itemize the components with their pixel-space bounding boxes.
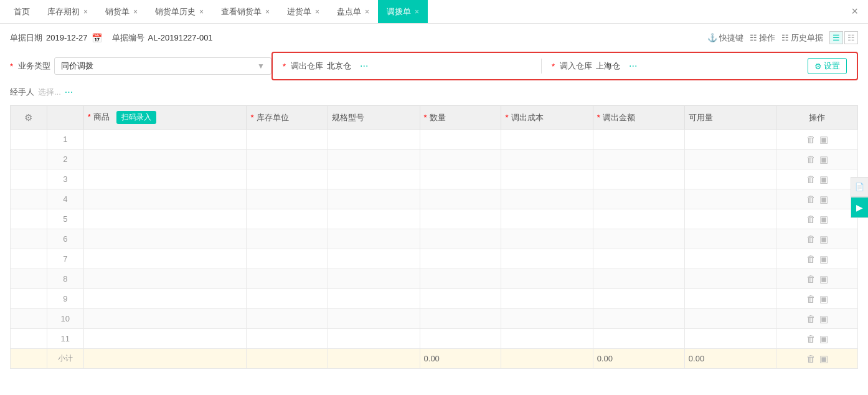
tab-close-inventory-check[interactable]: × <box>365 7 369 16</box>
transfer-out-value[interactable]: 北京仓 <box>327 60 351 72</box>
row-amount-cell[interactable] <box>593 130 684 150</box>
business-type-select[interactable]: 同价调拨 ▼ <box>54 57 271 75</box>
row-cost-cell[interactable] <box>501 229 593 249</box>
transfer-out-more-icon[interactable]: ··· <box>360 60 368 72</box>
tab-inventory-check[interactable]: 盘点单 × <box>328 0 378 23</box>
row-amount-cell[interactable] <box>593 209 684 229</box>
row-unit-cell[interactable] <box>247 150 328 169</box>
tab-close-purchase-order[interactable]: × <box>315 7 319 16</box>
row-product-cell[interactable] <box>83 289 247 309</box>
row-product-cell[interactable] <box>83 209 247 229</box>
operation-button[interactable]: ☷ 操作 <box>750 32 775 44</box>
delete-row-icon[interactable]: 🗑 <box>806 274 816 284</box>
copy-row-icon[interactable]: ▣ <box>819 234 828 245</box>
row-available-cell[interactable] <box>684 269 776 289</box>
row-spec-cell[interactable] <box>328 249 420 269</box>
row-available-cell[interactable] <box>684 289 776 309</box>
row-qty-cell[interactable] <box>420 329 501 349</box>
row-amount-cell[interactable] <box>593 150 684 169</box>
row-qty-cell[interactable] <box>420 130 501 150</box>
row-cost-cell[interactable] <box>501 189 593 209</box>
row-available-cell[interactable] <box>684 169 776 189</box>
row-cost-cell[interactable] <box>501 309 593 329</box>
row-available-cell[interactable] <box>684 329 776 349</box>
row-available-cell[interactable] <box>684 309 776 329</box>
subtotal-delete-icon[interactable]: 🗑 <box>806 353 816 364</box>
person-more-icon[interactable]: ··· <box>65 87 73 98</box>
delete-row-icon[interactable]: 🗑 <box>806 214 816 224</box>
row-spec-cell[interactable] <box>328 229 420 249</box>
tab-home[interactable]: 首页 <box>5 0 39 23</box>
transfer-in-value[interactable]: 上海仓 <box>596 60 620 72</box>
tab-transfer-order[interactable]: 调拨单 × <box>378 0 428 23</box>
tab-bar-close-button[interactable]: × <box>846 5 863 18</box>
row-cost-cell[interactable] <box>501 249 593 269</box>
copy-row-icon[interactable]: ▣ <box>819 154 828 165</box>
row-available-cell[interactable] <box>684 249 776 269</box>
history-button[interactable]: ☷ 历史单据 <box>781 32 823 44</box>
calendar-icon[interactable]: 📅 <box>92 33 102 43</box>
row-available-cell[interactable] <box>684 189 776 209</box>
delete-row-icon[interactable]: 🗑 <box>806 293 816 304</box>
row-qty-cell[interactable] <box>420 189 501 209</box>
row-cost-cell[interactable] <box>501 150 593 169</box>
right-float-expand-button[interactable]: ▶ <box>851 197 868 218</box>
subtotal-copy-icon[interactable]: ▣ <box>819 353 828 364</box>
tab-view-sales[interactable]: 查看销货单 × <box>212 0 278 23</box>
copy-row-icon[interactable]: ▣ <box>819 274 828 285</box>
tab-close-view-sales[interactable]: × <box>265 7 270 16</box>
row-product-cell[interactable] <box>83 249 247 269</box>
row-unit-cell[interactable] <box>247 269 328 289</box>
tab-purchase-order[interactable]: 进货单 × <box>278 0 328 23</box>
row-qty-cell[interactable] <box>420 169 501 189</box>
row-amount-cell[interactable] <box>593 189 684 209</box>
delete-row-icon[interactable]: 🗑 <box>806 194 816 204</box>
row-unit-cell[interactable] <box>247 249 328 269</box>
row-amount-cell[interactable] <box>593 309 684 329</box>
tab-sales-order[interactable]: 销货单 × <box>97 0 146 23</box>
layout-compact-icon[interactable]: ☰ <box>829 31 843 44</box>
copy-row-icon[interactable]: ▣ <box>819 313 828 325</box>
row-amount-cell[interactable] <box>593 169 684 189</box>
row-spec-cell[interactable] <box>328 150 420 169</box>
copy-row-icon[interactable]: ▣ <box>819 333 828 345</box>
row-qty-cell[interactable] <box>420 269 501 289</box>
tab-inventory-init[interactable]: 库存期初 × <box>39 0 97 23</box>
row-amount-cell[interactable] <box>593 289 684 309</box>
delete-row-icon[interactable]: 🗑 <box>806 313 816 324</box>
row-unit-cell[interactable] <box>247 309 328 329</box>
row-spec-cell[interactable] <box>328 209 420 229</box>
row-spec-cell[interactable] <box>328 309 420 329</box>
tab-close-transfer-order[interactable]: × <box>415 7 419 16</box>
copy-row-icon[interactable]: ▣ <box>819 194 828 205</box>
row-unit-cell[interactable] <box>247 169 328 189</box>
tab-close-sales-history[interactable]: × <box>199 7 204 16</box>
row-qty-cell[interactable] <box>420 229 501 249</box>
row-unit-cell[interactable] <box>247 229 328 249</box>
row-amount-cell[interactable] <box>593 329 684 349</box>
row-available-cell[interactable] <box>684 130 776 150</box>
row-spec-cell[interactable] <box>328 329 420 349</box>
row-available-cell[interactable] <box>684 209 776 229</box>
row-product-cell[interactable] <box>83 169 247 189</box>
row-qty-cell[interactable] <box>420 209 501 229</box>
row-product-cell[interactable] <box>83 189 247 209</box>
row-spec-cell[interactable] <box>328 169 420 189</box>
copy-row-icon[interactable]: ▣ <box>819 254 828 265</box>
row-product-cell[interactable] <box>83 329 247 349</box>
delete-row-icon[interactable]: 🗑 <box>806 154 816 164</box>
row-qty-cell[interactable] <box>420 150 501 169</box>
copy-row-icon[interactable]: ▣ <box>819 134 828 145</box>
date-value[interactable]: 2019-12-27 <box>46 33 88 42</box>
row-spec-cell[interactable] <box>328 189 420 209</box>
row-available-cell[interactable] <box>684 150 776 169</box>
row-spec-cell[interactable] <box>328 269 420 289</box>
transfer-in-more-icon[interactable]: ··· <box>629 60 637 72</box>
row-cost-cell[interactable] <box>501 269 593 289</box>
delete-row-icon[interactable]: 🗑 <box>806 333 816 344</box>
row-cost-cell[interactable] <box>501 169 593 189</box>
row-product-cell[interactable] <box>83 229 247 249</box>
table-settings-gear-icon[interactable]: ⚙ <box>24 112 32 123</box>
row-spec-cell[interactable] <box>328 289 420 309</box>
tab-sales-history[interactable]: 销货单历史 × <box>146 0 212 23</box>
